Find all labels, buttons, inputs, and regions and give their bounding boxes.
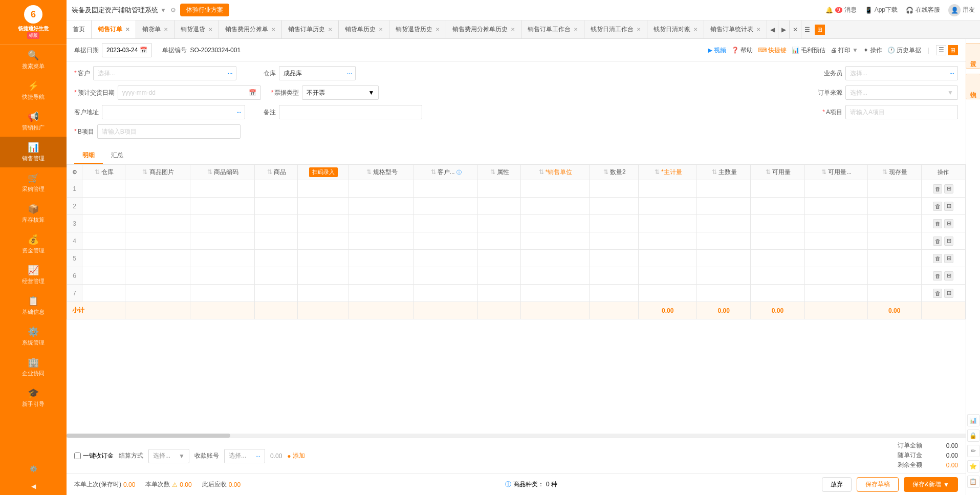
scan-btn[interactable]: 扫码录入 [309,167,338,177]
row-copy-5[interactable]: ⊞ [944,254,953,263]
row-product-6[interactable] [255,267,298,285]
sidebar-collapse-btn[interactable]: ◀ [0,478,67,495]
row-current-4[interactable] [867,232,921,250]
sidebar-item-enterprise[interactable]: 🏢 企业协同 [0,352,67,382]
row-avail2-1[interactable] [804,180,867,198]
staff-input[interactable]: 选择... ··· [845,66,958,80]
row-image-5[interactable] [125,250,190,267]
tab-close-cash-workbench[interactable]: ✕ [637,27,641,32]
row-current-7[interactable] [867,285,921,302]
row-code-1[interactable] [190,180,254,198]
row-spec-3[interactable] [349,215,413,232]
row-scan-3[interactable] [298,215,349,232]
row-code-2[interactable] [190,198,254,215]
row-mainqty-1[interactable] [696,180,750,198]
tab-cash-reconcile[interactable]: 钱货日清对账 ✕ [647,20,704,39]
row-qty2-3[interactable] [590,215,639,232]
order-source-select[interactable]: 选择... ▼ [845,85,958,100]
tab-close-goods-history[interactable]: ✕ [379,27,383,32]
row-image-4[interactable] [125,232,190,250]
right-panel-star-icon[interactable]: ⭐ [967,460,979,472]
row-copy-2[interactable]: ⊞ [944,202,953,211]
history-btn[interactable]: 🕐 历史单据 [887,46,921,55]
view-video-btn[interactable]: ▶ 视频 [708,46,726,55]
right-panel-clip-icon[interactable]: 📋 [967,476,979,488]
row-current-2[interactable] [867,198,921,215]
row-copy-3[interactable]: ⊞ [944,219,953,228]
add-receipt-btn[interactable]: ● 添加 [287,451,304,460]
row-qty2-4[interactable] [590,232,639,250]
row-avail-7[interactable] [751,285,804,302]
row-current-3[interactable] [867,215,921,232]
list-view-btn[interactable]: ☰ [936,45,946,55]
delivery-input[interactable]: yyyy-mm-dd 📅 [118,85,261,100]
tab-close-return-history[interactable]: ✕ [435,27,440,32]
tab-sales-goods[interactable]: 销货单 ✕ [136,20,175,39]
row-delete-4[interactable]: 🗑 [933,236,942,246]
tab-close-stats[interactable]: ✕ [756,27,760,32]
discard-btn[interactable]: 放弃 [822,477,852,492]
row-unit-6[interactable] [520,267,590,285]
sub-tab-detail[interactable]: 明细 [74,148,103,164]
row-mainqty-5[interactable] [696,250,750,267]
sidebar-item-search[interactable]: 🔍 搜索菜单 [0,45,67,75]
tab-grid-view-btn[interactable]: ⊞ [815,25,825,35]
receipt-select[interactable]: 选择... ··· [224,449,265,463]
row-mainunit-2[interactable] [639,198,697,215]
profit-btn[interactable]: 📊 毛利预估 [792,46,825,55]
row-mainunit-7[interactable] [639,285,697,302]
horizontal-scrollbar[interactable] [67,434,966,438]
row-unit-3[interactable] [520,215,590,232]
right-panel-lock-icon[interactable]: 🔒 [967,429,979,442]
row-custcode-7[interactable] [413,285,477,302]
tab-sales-history[interactable]: 销售订单历史 ✕ [282,20,339,39]
project-b-input[interactable]: 请输入B项目 [97,124,241,139]
row-avail2-2[interactable] [804,198,867,215]
row-mainunit-5[interactable] [639,250,697,267]
sidebar-item-finance[interactable]: 💰 资金管理 [0,229,67,260]
th-image[interactable]: ⇅ 商品图片 [125,165,190,180]
row-avail2-4[interactable] [804,232,867,250]
save-draft-btn[interactable]: 保存草稿 [857,477,899,492]
row-spec-2[interactable] [349,198,413,215]
row-copy-7[interactable]: ⊞ [944,289,953,298]
row-image-6[interactable] [125,267,190,285]
row-warehouse-7[interactable] [82,285,125,302]
row-avail-4[interactable] [751,232,804,250]
shortcut-btn[interactable]: ⌨ 快捷键 [758,46,787,55]
tab-expense-history[interactable]: 销售费用分摊单历史 ✕ [446,20,521,39]
row-copy-6[interactable]: ⊞ [944,271,953,281]
row-mainqty-4[interactable] [696,232,750,250]
row-product-7[interactable] [255,285,298,302]
th-unit[interactable]: ⇅ *销售单位 [520,165,590,180]
th-spec[interactable]: ⇅ 规格型号 [349,165,413,180]
row-current-6[interactable] [867,267,921,285]
row-avail-5[interactable] [751,250,804,267]
th-product[interactable]: ⇅ 商品 [255,165,298,180]
row-code-5[interactable] [190,250,254,267]
row-warehouse-1[interactable] [82,180,125,198]
one-click-checkbox-label[interactable]: 一键收订金 [74,451,114,460]
row-unit-4[interactable] [520,232,590,250]
warehouse-input[interactable]: 成品库 ··· [279,66,356,80]
row-code-6[interactable] [190,267,254,285]
sidebar-item-operation[interactable]: 📈 经营管理 [0,260,67,290]
row-product-5[interactable] [255,250,298,267]
tab-cash-workbench[interactable]: 钱货日清工作台 ✕ [584,20,647,39]
row-copy-1[interactable]: ⊞ [944,184,953,193]
row-warehouse-5[interactable] [82,250,125,267]
tab-close-sales-order[interactable]: ✕ [125,27,129,32]
row-delete-2[interactable]: 🗑 [933,202,942,211]
row-image-3[interactable] [125,215,190,232]
remark-input[interactable] [279,105,422,119]
save-new-btn[interactable]: 保存&新增 ▼ [904,477,958,492]
row-custcode-4[interactable] [413,232,477,250]
tab-stats[interactable]: 销售订单统计表 ✕ [704,20,767,39]
row-warehouse-4[interactable] [82,232,125,250]
row-mainunit-1[interactable] [639,180,697,198]
th-available2[interactable]: ⇅ 可用量... [804,165,867,180]
row-product-3[interactable] [255,215,298,232]
row-attr-4[interactable] [477,232,520,250]
tab-close-sales-expense[interactable]: ✕ [271,27,275,32]
row-attr-1[interactable] [477,180,520,198]
